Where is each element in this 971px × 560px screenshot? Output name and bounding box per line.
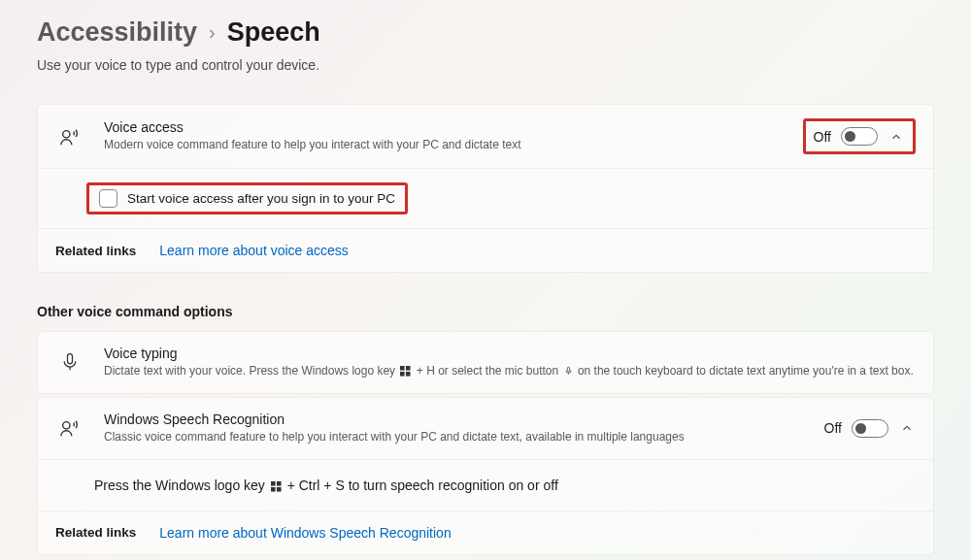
chevron-up-icon[interactable] [898, 421, 916, 435]
windows-key-icon [271, 481, 282, 492]
svg-rect-1 [68, 354, 73, 364]
voice-access-desc: Modern voice command feature to help you… [104, 137, 803, 153]
voice-access-controls: Off [803, 118, 916, 154]
voice-access-content: Voice access Modern voice command featur… [104, 119, 803, 153]
wsr-learn-more-link[interactable]: Learn more about Windows Speech Recognit… [159, 525, 451, 541]
voice-access-startup-checkbox[interactable] [99, 189, 117, 208]
svg-rect-8 [271, 481, 276, 486]
voice-access-toggle[interactable] [841, 127, 878, 146]
chevron-right-icon: › [209, 21, 216, 44]
voice-access-toggle-label: Off [814, 129, 831, 145]
voice-typing-title: Voice typing [104, 346, 916, 361]
voice-access-header[interactable]: Voice access Modern voice command featur… [38, 105, 933, 169]
wsr-toggle[interactable] [852, 419, 888, 438]
svg-rect-4 [400, 372, 405, 377]
svg-rect-2 [400, 366, 405, 371]
wsr-section: Windows Speech Recognition Classic voice… [37, 397, 934, 555]
svg-rect-3 [406, 366, 411, 371]
wsr-desc: Classic voice command feature to help yo… [104, 429, 824, 445]
related-links-label: Related links [55, 244, 136, 258]
microphone-icon [55, 351, 84, 373]
breadcrumb-parent[interactable]: Accessibility [37, 17, 197, 48]
wsr-content: Windows Speech Recognition Classic voice… [104, 412, 824, 445]
svg-rect-6 [567, 367, 569, 372]
voice-access-title: Voice access [104, 119, 803, 135]
voice-typing-content: Voice typing Dictate text with your voic… [104, 346, 916, 379]
svg-point-0 [63, 130, 70, 137]
voice-access-learn-more-link[interactable]: Learn more about voice access [159, 243, 349, 258]
wsr-header[interactable]: Windows Speech Recognition Classic voice… [38, 398, 933, 460]
voice-access-related-row: Related links Learn more about voice acc… [38, 229, 933, 272]
windows-key-icon [400, 366, 411, 377]
voice-typing-desc: Dictate text with your voice. Press the … [104, 363, 916, 379]
mic-small-icon [564, 365, 573, 377]
voice-access-startup-label: Start voice access after you sign in to … [127, 191, 395, 206]
wsr-tip-row: Press the Windows logo key + Ctrl + S to… [38, 460, 933, 511]
wsr-controls: Off [824, 419, 916, 438]
speech-recognition-icon [55, 417, 84, 439]
wsr-related-row: Related links Learn more about Windows S… [38, 511, 933, 554]
page-title: Speech [227, 17, 320, 48]
voice-access-section: Voice access Modern voice command featur… [37, 104, 934, 273]
breadcrumb: Accessibility › Speech [37, 17, 934, 48]
voice-access-startup-row: Start voice access after you sign in to … [38, 169, 933, 229]
voice-typing-row[interactable]: Voice typing Dictate text with your voic… [38, 332, 933, 393]
voice-access-toggle-highlight: Off [803, 118, 916, 154]
wsr-toggle-label: Off [824, 420, 842, 436]
chevron-up-icon[interactable] [887, 130, 905, 144]
settings-page: Accessibility › Speech Use your voice to… [0, 0, 971, 560]
voice-typing-section: Voice typing Dictate text with your voic… [37, 331, 934, 394]
svg-rect-10 [271, 487, 276, 492]
svg-rect-5 [406, 372, 411, 377]
svg-point-7 [63, 422, 70, 429]
other-options-heading: Other voice command options [37, 304, 934, 319]
related-links-label: Related links [55, 525, 136, 540]
wsr-title: Windows Speech Recognition [104, 412, 824, 427]
page-subtitle: Use your voice to type and control your … [37, 57, 934, 73]
voice-access-icon [55, 126, 84, 148]
svg-rect-9 [277, 481, 282, 486]
svg-rect-11 [277, 487, 282, 492]
voice-access-startup-highlight: Start voice access after you sign in to … [86, 182, 408, 214]
